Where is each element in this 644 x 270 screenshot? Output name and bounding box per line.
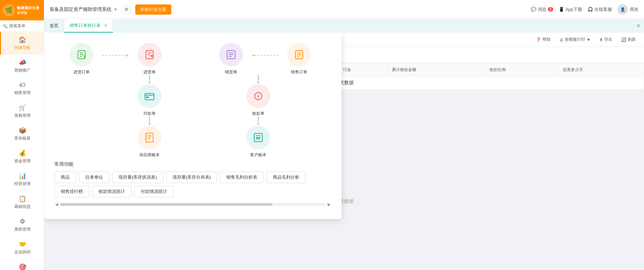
quick-nav-icon: 🏠 — [19, 36, 26, 43]
message-badge: 6 — [548, 7, 553, 12]
flow-node-sales-order[interactable]: 销售订单 — [279, 43, 319, 75]
quick-nav-popup: 进货订单 ▶ 进货单 — [44, 33, 342, 219]
purchase-icon: 🛒 — [19, 104, 26, 111]
sidebar-item-label: 基础信息 — [14, 204, 31, 210]
svg-rect-14 — [145, 93, 154, 100]
refresh-icon: 🔄 — [621, 37, 626, 42]
flow-node-customer-ledger[interactable]: 客户账本 — [238, 126, 279, 158]
sidebar-item-label: 企业协同 — [14, 249, 31, 255]
func-btn-payment-stat[interactable]: 付款情况统计 — [134, 186, 174, 197]
refresh-button[interactable]: 🔄 刷新 — [619, 35, 639, 44]
flow-node-purchase-order[interactable]: 进货订单 — [61, 43, 102, 75]
tab-home-label: 首页 — [50, 23, 58, 29]
sidebar-item-enterprise[interactable]: 🤝 企业协同 — [0, 236, 44, 259]
common-functions: 常用功能 商品 往来单位 现存量(库存状况表) 现存量(库存分布表) 销售毛利分… — [54, 161, 331, 197]
sidebar-item-operations[interactable]: 📊 经营管理 — [0, 168, 44, 191]
logo-text: 畅康通好生意 — [17, 5, 39, 11]
print-dropdown-icon: ▼ — [587, 37, 591, 42]
user-name: 用友 — [630, 6, 639, 13]
purchase-order-icon — [70, 43, 93, 67]
tabbar-close-right[interactable]: ✕ — [636, 23, 641, 29]
receipt-icon: ¥ — [246, 84, 270, 108]
sidebar-item-label: 销售管理 — [14, 90, 31, 96]
sidebar-item-label: 营销推广 — [14, 68, 31, 73]
user-avatar: 👤 — [617, 4, 628, 15]
guide-icon: 🎯 — [19, 263, 26, 270]
col-header-deposit: 订金 — [338, 64, 388, 76]
content-area: ❓ 帮助 🖨 按模板打印 ▼ ⬆ 导出 🔄 刷新 — [44, 33, 644, 270]
sidebar-item-quick-nav[interactable]: 🏠 快捷导航 — [0, 32, 44, 55]
tab-sales-order[interactable]: 销售订单执行表 ✕ — [64, 19, 113, 33]
search-menu[interactable]: 🔍 搜索菜单 — [0, 20, 44, 32]
sidebar-item-system[interactable]: ⚙ 系统管理 — [0, 214, 44, 236]
export-button[interactable]: ⬆ 导出 — [597, 35, 615, 44]
inventory-icon: 📦 — [19, 127, 26, 134]
func-btn-receipt-stat[interactable]: 收款情况统计 — [92, 186, 132, 197]
logo-icon: 🌿 — [3, 4, 15, 16]
purchase-bill-label: 进货单 — [143, 69, 156, 75]
sales-order-label: 销售订单 — [291, 69, 307, 75]
func-btn-sales-profit[interactable]: 销售毛利分析表 — [220, 172, 264, 183]
func-btn-stock-dist[interactable]: 现存量(库存分布表) — [166, 172, 217, 183]
operations-icon: 📊 — [19, 172, 26, 180]
svg-rect-19 — [146, 133, 153, 142]
service-icon: 🎧 — [588, 7, 593, 12]
message-icon: 💬 — [531, 7, 536, 12]
func-buttons-row2: 销售排行榜 收款情况统计 付款情况统计 — [54, 186, 331, 197]
flow-node-supplier-ledger[interactable]: 供应商账本 — [129, 126, 170, 158]
logo-sub: 标准版 — [17, 11, 39, 15]
scroll-track[interactable] — [60, 203, 326, 206]
user-area[interactable]: 👤 用友 — [617, 4, 639, 15]
sidebar-item-basic-info[interactable]: 📋 基础信息 — [0, 191, 44, 214]
enterprise-icon: 🤝 — [19, 240, 26, 248]
func-btn-sales-rank[interactable]: 销售排行榜 — [54, 186, 89, 197]
func-buttons-row1: 商品 往来单位 现存量(库存状况表) 现存量(库存分布表) 销售毛利分析表 商品… — [54, 172, 331, 183]
flow-node-receipt[interactable]: ¥ 收款单 — [238, 84, 279, 116]
sidebar-item-finance[interactable]: 💰 资金管理 — [0, 145, 44, 168]
sidebar-item-marketing[interactable]: 📣 营销推广 — [0, 55, 44, 77]
purchase-bill-icon — [138, 43, 161, 67]
sidebar-item-label: 快捷导航 — [14, 45, 31, 51]
message-button[interactable]: 💬 消息 6 — [531, 6, 553, 13]
basic-info-icon: 📋 — [19, 195, 26, 202]
func-btn-product[interactable]: 商品 — [54, 172, 76, 183]
scroll-right-arrow[interactable]: ▶ — [327, 202, 331, 207]
col-header-days-diff: 还差多少天 — [558, 64, 644, 76]
tab-home[interactable]: 首页 — [44, 19, 64, 33]
help-icon: ❓ — [536, 37, 541, 42]
common-func-title: 常用功能 — [54, 161, 331, 167]
svg-text:¥: ¥ — [257, 94, 260, 99]
receipt-label: 收款单 — [252, 111, 264, 116]
col-header-collection-ratio: 收款比例 — [485, 64, 559, 76]
sales-bill-icon — [219, 43, 243, 67]
sidebar-logo: 🌿 畅康通好生意 标准版 — [0, 0, 44, 20]
system-title: 装备及固定资产辅助管理系统 — [50, 6, 111, 13]
sidebar-item-guide[interactable]: 🎯 新手引导 — [0, 259, 44, 270]
sidebar: 🌿 畅康通好生意 标准版 🔍 搜索菜单 🏠 快捷导航 📣 营销推广 🏷 销售管理 — [0, 0, 44, 270]
func-btn-stock-status[interactable]: 现存量(库存状况表) — [112, 172, 163, 183]
svg-rect-16 — [146, 96, 149, 98]
online-service-button[interactable]: 🎧 在线客服 — [588, 6, 612, 13]
scroll-left-arrow[interactable]: ◀ — [54, 202, 59, 207]
sidebar-item-inventory[interactable]: 📦 库存核算 — [0, 123, 44, 145]
payment-label: 付款单 — [143, 111, 156, 116]
system-title-area: 装备及固定资产辅助管理系统 ▼ — [50, 6, 118, 13]
system-dropdown-icon[interactable]: ▼ — [114, 7, 118, 12]
tab-sales-order-label: 销售订单执行表 — [70, 22, 101, 29]
download-icon: 📱 — [559, 7, 564, 12]
flow-node-purchase-bill[interactable]: 进货单 — [129, 43, 170, 75]
supplier-ledger-label: 供应商账本 — [139, 152, 160, 158]
settings-button[interactable]: ⚙ — [122, 5, 131, 14]
help-button[interactable]: ❓ 帮助 — [533, 35, 553, 44]
trial-button[interactable]: 体验行业方案 — [135, 4, 171, 15]
template-print-button[interactable]: 🖨 按模板打印 ▼ — [557, 35, 593, 44]
app-download-button[interactable]: 📱 App下载 — [559, 6, 582, 13]
flow-node-sales-bill[interactable]: 销货单 — [211, 43, 251, 75]
tab-close-icon[interactable]: ✕ — [104, 23, 107, 28]
system-icon: ⚙ — [20, 218, 25, 225]
func-btn-product-profit[interactable]: 商品毛利分析 — [266, 172, 306, 183]
sidebar-item-sales[interactable]: 🏷 销售管理 — [0, 77, 44, 100]
sidebar-item-purchase[interactable]: 🛒 采购管理 — [0, 100, 44, 123]
flow-node-payment[interactable]: 付款单 — [129, 84, 170, 116]
func-btn-counterpart[interactable]: 往来单位 — [79, 172, 109, 183]
